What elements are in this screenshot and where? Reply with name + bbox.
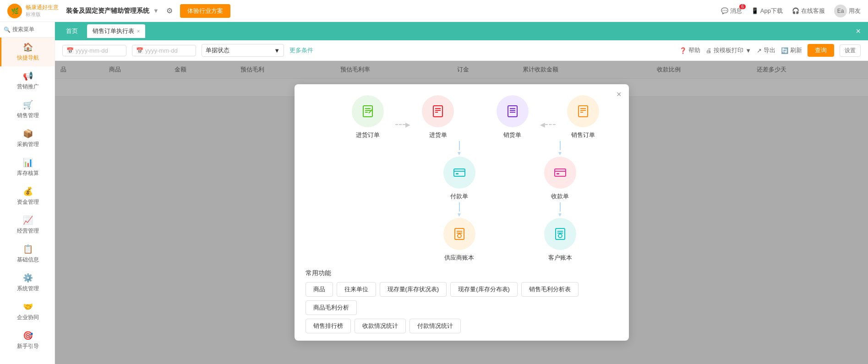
dropdown-arrow-icon[interactable]: ▼ <box>153 7 159 14</box>
user-item[interactable]: Ea 用友 <box>834 5 861 17</box>
func-buttons-row1: 商品 往来单位 现存量(库存状况表) 现存量(库存分布表) 销售毛利分析表 商品… <box>306 282 618 315</box>
flow-node-purchase-order[interactable]: 进货订单 <box>340 95 395 139</box>
message-badge: 6 <box>739 4 746 9</box>
enterprise-icon: 🤝 <box>23 302 33 312</box>
func-btn-product-gross[interactable]: 商品毛利分析 <box>306 300 357 315</box>
sidebar-item-system[interactable]: ⚙️ 系统管理 <box>0 268 55 297</box>
modal-overlay[interactable]: × 进货订单 <box>55 61 868 364</box>
top-bar: 🌿 畅康通好生意 标准版 装备及固定资产辅助管理系统 ▼ ⚙ 体验行业方案 💬 … <box>0 0 868 22</box>
modal-close-btn[interactable]: × <box>617 90 622 99</box>
sales-order-icon <box>567 95 599 127</box>
flow-node-payment[interactable]: 付款单 <box>432 157 487 201</box>
guide-icon: 🎯 <box>23 331 33 341</box>
sidebar-search[interactable]: 🔍 搜索菜单 <box>0 22 55 38</box>
main-content: 品 商品 金额 预估毛利 预估毛利率 订金 累计收款金额 收款比例 还差多少天 <box>55 61 868 364</box>
system-title: 装备及固定资产辅助管理系统 <box>66 7 149 15</box>
func-btn-sales-rank[interactable]: 销售排行榜 <box>306 319 351 333</box>
search-icon: 🔍 <box>4 27 11 33</box>
payment-icon <box>443 157 475 189</box>
avatar: Ea <box>834 5 847 17</box>
page-toolbar: 📅 yyyy-mm-dd 📅 yyyy-mm-dd 单据状态 ▼ 更多条件 ❓ … <box>55 40 868 61</box>
select-arrow-icon: ▼ <box>274 47 280 54</box>
trial-button[interactable]: 体验行业方案 <box>180 4 230 18</box>
flow-node-receipt[interactable]: 收款单 <box>533 157 588 201</box>
tab-bar: 首页 销售订单执行表 × × <box>55 22 868 40</box>
export-icon: ↗ <box>757 47 762 54</box>
more-conditions-btn[interactable]: 更多条件 <box>289 46 313 54</box>
purchase-bill-icon <box>422 95 454 127</box>
sidebar-item-guide[interactable]: 🎯 新手引导 <box>0 326 55 355</box>
tab-home[interactable]: 首页 <box>59 22 85 40</box>
help-icon: ❓ <box>679 47 687 54</box>
sidebar-item-finance[interactable]: 💰 资金管理 <box>0 182 55 211</box>
calendar-icon-2: 📅 <box>136 47 143 54</box>
flow-node-supplier-account[interactable]: 供应商账本 <box>432 218 487 262</box>
sales-icon: 🛒 <box>23 100 33 110</box>
flow-node-customer-account[interactable]: 客户账本 <box>533 218 588 262</box>
tab-sales-order[interactable]: 销售订单执行表 × <box>87 24 145 38</box>
sidebar-item-purchase[interactable]: 📦 采购管理 <box>0 124 55 153</box>
func-buttons-row2: 销售排行榜 收款情况统计 付款情况统计 <box>306 319 618 333</box>
sidebar-item-sales[interactable]: 🛒 销售管理 <box>0 95 55 124</box>
flow-node-sales-order[interactable]: 销售订单 <box>556 95 611 139</box>
main-area: 🔍 搜索菜单 🏠 快捷导航 📢 营销推广 🛒 销售管理 📦 采购管理 📊 <box>0 22 868 364</box>
tab-close-icon[interactable]: × <box>137 24 140 38</box>
sidebar-item-quick-nav[interactable]: 🏠 快捷导航 <box>0 38 55 66</box>
message-icon: 💬 <box>721 7 728 14</box>
app-download-item[interactable]: 📱 App下载 <box>751 7 783 15</box>
sidebar-item-inventory[interactable]: 📊 库存核算 <box>0 153 55 182</box>
flow-node-purchase-bill[interactable]: 进货单 <box>410 95 465 139</box>
online-service-item[interactable]: 🎧 在线客服 <box>792 7 825 15</box>
svg-rect-8 <box>508 106 517 117</box>
common-functions: 常用功能 商品 往来单位 现存量(库存状况表) 现存量(库存分布表) 销售毛利分… <box>295 269 629 341</box>
customer-account-icon <box>544 218 576 250</box>
svg-point-25 <box>458 234 461 238</box>
logo-text: 畅康通好生意 标准版 <box>26 4 59 18</box>
refresh-icon: 🔄 <box>781 47 788 54</box>
service-icon: 🎧 <box>792 7 799 14</box>
common-func-title: 常用功能 <box>306 269 618 277</box>
date-input-end[interactable]: 📅 yyyy-mm-dd <box>132 45 196 56</box>
date-input[interactable]: 📅 yyyy-mm-dd <box>62 45 126 56</box>
svg-rect-21 <box>557 173 559 174</box>
flow-node-sales-bill[interactable]: 销货单 <box>485 95 540 139</box>
flow-area: 进货订单 ▶ <box>295 84 629 269</box>
logo-icon: 🌿 <box>7 4 22 18</box>
sidebar-item-marketing[interactable]: 📢 营销推广 <box>0 66 55 95</box>
sidebar: 🔍 搜索菜单 🏠 快捷导航 📢 营销推广 🛒 销售管理 📦 采购管理 📊 <box>0 22 55 364</box>
purchase-icon: 📦 <box>23 129 33 139</box>
sidebar-item-operations[interactable]: 📈 经营管理 <box>0 211 55 239</box>
func-btn-payment-stats[interactable]: 付款情况统计 <box>409 319 461 333</box>
func-btn-stock-status[interactable]: 现存量(库存状况表) <box>380 282 447 297</box>
modal-box: × 进货订单 <box>295 84 629 341</box>
settings-icon[interactable]: ⚙ <box>166 6 173 15</box>
refresh-btn[interactable]: 🔄 刷新 <box>781 46 802 54</box>
export-btn[interactable]: ↗ 导出 <box>757 46 775 54</box>
sidebar-item-basic-info[interactable]: 📋 基础信息 <box>0 239 55 268</box>
func-btn-product[interactable]: 商品 <box>306 282 333 297</box>
content-area: 首页 销售订单执行表 × × 📅 yyyy-mm-dd 📅 yyyy-mm-dd <box>55 22 868 364</box>
func-btn-sales-gross[interactable]: 销售毛利分析表 <box>521 282 579 297</box>
receipt-icon <box>544 157 576 189</box>
supplier-account-icon <box>443 218 475 250</box>
help-btn[interactable]: ❓ 帮助 <box>679 46 700 54</box>
settings-button[interactable]: 设置 <box>840 44 861 57</box>
template-print-btn[interactable]: 🖨 按模板打印 ▼ <box>706 46 751 54</box>
sidebar-item-enterprise[interactable]: 🤝 企业协同 <box>0 297 55 326</box>
operations-icon: 📈 <box>23 215 33 225</box>
query-button[interactable]: 查询 <box>808 44 834 57</box>
func-btn-stock-dist[interactable]: 现存量(库存分布表) <box>450 282 518 297</box>
message-item[interactable]: 💬 消息 6 <box>721 7 742 15</box>
basic-info-icon: 📋 <box>23 244 33 254</box>
svg-rect-18 <box>456 173 459 174</box>
finance-icon: 💰 <box>23 186 33 196</box>
func-btn-receipt-stats[interactable]: 收款情况统计 <box>355 319 406 333</box>
order-status-select[interactable]: 单据状态 ▼ <box>202 44 284 57</box>
sales-bill-icon <box>497 95 529 127</box>
svg-rect-4 <box>433 106 442 117</box>
inventory-icon: 📊 <box>23 158 33 168</box>
download-icon: 📱 <box>751 7 759 14</box>
svg-rect-16 <box>454 169 465 176</box>
page-close-icon[interactable]: × <box>852 27 864 36</box>
func-btn-counterparty[interactable]: 往来单位 <box>337 282 376 297</box>
